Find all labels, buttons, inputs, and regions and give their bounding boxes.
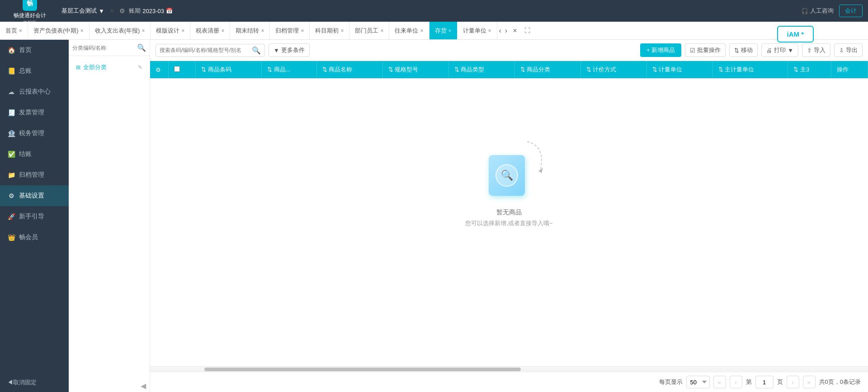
filter-icon: ▼ [274,47,279,54]
document-icon-container: 🔍 [489,155,529,200]
customer-service-btn[interactable]: 🎧 人工咨询 [801,7,834,15]
sidebar-item-basic-settings[interactable]: ⚙ 基础设置 [0,185,69,206]
settlement-icon: ✅ [7,150,15,158]
page-first-btn[interactable]: « [713,376,726,388]
settings-icon[interactable]: ⚙ [119,7,125,14]
tab-close-home[interactable]: × [19,28,22,34]
edit-category-icon[interactable]: ✎ [138,64,142,71]
add-product-btn[interactable]: + 新增商品 [640,43,681,57]
col-main-unit-header[interactable]: ⇅ 主计量单位 [712,61,788,78]
tab-nav-prev[interactable]: ‹ [497,27,503,35]
settings-gear-icon: ⚙ [7,192,15,200]
page-input[interactable] [755,376,774,388]
horizontal-scrollbar[interactable] [150,366,868,372]
import-btn[interactable]: ⇧ 导入 [802,43,830,57]
tab-expand-btn[interactable]: ⛶ [521,27,534,34]
sidebar-item-settlement[interactable]: ✅ 结账 [0,144,69,165]
tab-close-income[interactable]: × [142,28,145,34]
col-unit-header[interactable]: ⇅ 计量单位 [646,61,712,78]
empty-state: 🔍 暂无商品 您可以选择新增,或者直接导入哦~ [150,78,868,282]
tab-archive[interactable]: 归档管理 × [270,22,310,40]
col-spec-header[interactable]: ⇅ 规格型号 [382,61,448,78]
more-filter-btn[interactable]: ▼ 更多条件 [269,43,310,57]
tab-close-tax[interactable]: × [221,28,224,34]
tab-unit[interactable]: 计量单位 × [458,22,497,40]
search-icon[interactable]: 🔍 [252,46,261,55]
tab-subject-init[interactable]: 科目期初 × [310,22,349,40]
sidebar-item-ledger[interactable]: 📒 总账 [0,61,69,81]
pagination-bar: 每页显示 50 100 200 « ‹ 第 页 › » 共0页，0条记 [150,372,868,392]
tab-balance-sheet[interactable]: 资产负债表(中期) × [28,22,90,40]
col-code-header[interactable]: ⇅ 商品... [262,61,317,78]
header-bar: 畅 畅捷通好会计 旗舰版 基层工会测试 ▼ + ⚙ 账期 2023-03 📅 🎧… [0,0,868,22]
col-checkbox-header[interactable] [168,61,196,78]
col-category-header[interactable]: ⇅ 商品分类 [514,61,580,78]
accounting-button[interactable]: 会计 [839,5,863,17]
page-prev-btn[interactable]: ‹ [730,376,742,388]
page-last-btn[interactable]: » [803,376,816,388]
iam-badge[interactable]: iAM * [777,26,814,43]
category-search-input[interactable] [72,45,137,51]
col-barcode-header[interactable]: ⇅ 商品条码 [196,61,262,78]
print-dropdown-icon: ▼ [788,47,793,54]
col-name-header[interactable]: ⇅ 商品名称 [316,61,382,78]
table-header-row: ⚙ ⇅ 商品条码 ⇅ 商品... ⇅ 商品名称 ⇅ 规格型号 ⇅ 商品类型 ⇅ … [150,61,868,78]
sidebar-item-guide[interactable]: 🚀 新手引导 [0,206,69,227]
table-container: ⚙ ⇅ 商品条码 ⇅ 商品... ⇅ 商品名称 ⇅ 规格型号 ⇅ 商品类型 ⇅ … [150,61,868,366]
col-price-method-header[interactable]: ⇅ 计价方式 [580,61,646,78]
tab-contacts[interactable]: 往来单位 × [389,22,429,40]
sidebar-item-tax[interactable]: 🏦 税务管理 [0,123,69,144]
category-search-area: 🔍 [69,40,150,56]
sidebar-item-invoice[interactable]: 🧾 发票管理 [0,102,69,123]
page-next-btn[interactable]: › [787,376,799,388]
category-all[interactable]: ⊞ 全部分类 ✎ [69,60,150,75]
select-all-checkbox[interactable] [174,66,180,72]
print-btn[interactable]: 🖨 打印 ▼ [761,43,798,57]
collapse-category-btn[interactable]: ◀ [69,380,150,392]
headset-icon: 🎧 [801,8,808,14]
tab-template-design[interactable]: 模版设计 × [151,22,190,40]
tab-close-balance[interactable]: × [80,28,84,34]
tab-close-contacts[interactable]: × [420,28,423,34]
col-settings-header[interactable]: ⚙ [150,61,168,78]
scroll-thumb[interactable] [204,368,521,371]
tab-nav-next[interactable]: › [503,27,509,35]
tab-income-statement[interactable]: 收入支出表(年报) × [90,22,151,40]
main-search-input[interactable] [160,47,250,53]
main-layout: 🏠 首页 📒 总账 ☁ 云报表中心 🧾 发票管理 🏦 税务管理 ✅ 结账 [0,40,868,392]
category-search-icon[interactable]: 🔍 [137,43,146,52]
print-icon: 🖨 [766,47,772,54]
tab-close-period[interactable]: × [261,28,264,34]
per-page-select[interactable]: 50 100 200 [686,376,710,388]
sidebar-item-home[interactable]: 🏠 首页 [0,40,69,61]
tab-close-archive[interactable]: × [301,28,304,34]
sidebar-item-cloud-report[interactable]: ☁ 云报表中心 [0,81,69,102]
sidebar-item-archive[interactable]: 📁 归档管理 [0,165,69,185]
guide-icon: 🚀 [7,213,15,221]
tab-close-inventory[interactable]: × [448,28,452,34]
tab-inventory[interactable]: 存货 × [429,22,458,40]
tab-close-all-btn[interactable]: × [509,27,520,35]
tab-close-unit[interactable]: × [488,28,491,34]
tab-close-template[interactable]: × [181,28,184,34]
import-icon: ⇧ [807,47,812,54]
col-col3-header[interactable]: ⇅ 主3 [788,61,831,78]
batch-ops-btn[interactable]: ☑ 批量操作 [685,43,726,57]
ledger-icon: 📒 [7,67,15,75]
tab-dept-staff[interactable]: 部门员工 × [349,22,389,40]
tab-home[interactable]: 首页 × [0,22,28,40]
company-selector[interactable]: 基层工会测试 ▼ [61,7,104,15]
tab-close-subject[interactable]: × [340,28,344,34]
calendar-icon[interactable]: 📅 [166,8,173,14]
tab-period-carry[interactable]: 期末结转 × [230,22,270,40]
export-btn[interactable]: ⇩ 导出 [834,43,863,57]
table-section: 🔍 ▼ 更多条件 + 新增商品 ☑ 批量操作 [150,40,868,392]
unpin-sidebar-btn[interactable]: ◀取消固定 [0,373,69,392]
archive-icon: 📁 [7,171,15,179]
col-type-header[interactable]: ⇅ 商品类型 [448,61,514,78]
tab-close-dept[interactable]: × [380,28,383,34]
sidebar-item-member[interactable]: 👑 畅会员 [0,227,69,248]
tab-tax-table[interactable]: 税表清册 × [190,22,230,40]
toolbar: 🔍 ▼ 更多条件 + 新增商品 ☑ 批量操作 [150,40,868,61]
move-btn[interactable]: ⇅ 移动 [729,43,758,57]
